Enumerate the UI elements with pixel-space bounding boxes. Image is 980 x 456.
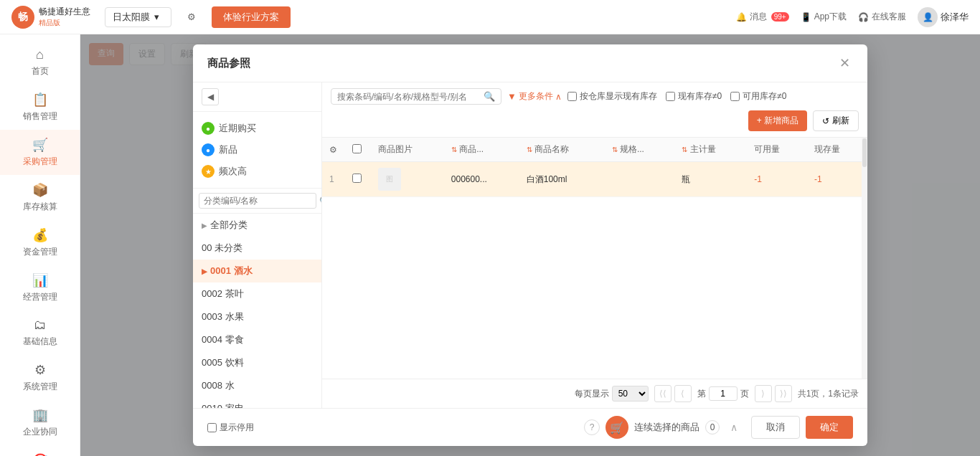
gear-button[interactable]: ⚙ — [180, 6, 203, 29]
sidebar-item-guide[interactable]: 🎯 新手引导 — [0, 445, 80, 456]
col-available[interactable]: 可用量 — [747, 138, 807, 162]
app-download-btn[interactable]: 📱 App下载 — [801, 11, 847, 23]
sort-spec-icon: ⇅ — [612, 146, 618, 153]
quick-freq[interactable]: ★ 频次高 — [193, 161, 321, 182]
page-number-input[interactable] — [709, 386, 738, 401]
cat-item-0001[interactable]: ▶ 0001 酒水 — [193, 260, 321, 282]
page-next-btn[interactable]: ⟩ — [755, 385, 772, 402]
quick-new[interactable]: ● 新品 — [193, 139, 321, 161]
quick-recent[interactable]: ● 近期购买 — [193, 118, 321, 139]
col-name[interactable]: ⇅ 商品名称 — [519, 138, 605, 162]
cat-nav-btns: ◀ — [202, 88, 219, 105]
page-next-btns: ⟩ ⟩⟩ — [755, 385, 792, 402]
cat-collapse-btn[interactable]: ◀ — [202, 88, 219, 105]
row-checkbox-cell[interactable] — [345, 162, 371, 197]
page-prev-btn[interactable]: ⟨ — [674, 385, 692, 402]
add-product-button[interactable]: + 新增商品 — [748, 110, 807, 131]
checkbox-available-nonzero[interactable]: 可用库存≠0 — [730, 90, 786, 103]
modal-close-button[interactable]: ✕ — [836, 54, 853, 72]
expand-all-icon: ▶ — [202, 222, 207, 229]
cat-item-all[interactable]: ▶ 全部分类 — [193, 214, 321, 237]
sidebar-item-sales[interactable]: 📋 销售管理 — [0, 85, 80, 130]
cat-search: 🔍 — [193, 189, 321, 214]
finance-icon: 💰 — [32, 227, 48, 243]
modal-body: ◀ ● 近期购买 ● 新品 — [193, 82, 867, 408]
col-checkbox[interactable] — [345, 138, 371, 162]
page-total: 共1页，1条记录 — [798, 388, 859, 400]
search-icon[interactable]: 🔍 — [484, 91, 495, 102]
freq-icon: ★ — [202, 165, 215, 178]
sidebar-item-home[interactable]: ⌂ 首页 — [0, 40, 80, 85]
logo-text: 畅捷通好生意 精品版 — [39, 6, 90, 27]
col-unit[interactable]: ⇅ 主计量 — [674, 138, 747, 162]
refresh-button[interactable]: ↺ 刷新 — [813, 110, 859, 131]
col-settings[interactable]: ⚙ — [322, 138, 345, 162]
headset-icon: 🎧 — [858, 12, 869, 22]
sidebar-item-operations[interactable]: 📊 经营管理 — [0, 265, 80, 310]
operations-icon: 📊 — [32, 272, 48, 288]
product-search-input[interactable] — [337, 92, 481, 102]
refresh-icon: ↺ — [822, 116, 829, 126]
bell-icon: 🔔 — [736, 12, 747, 22]
filter-icon: ▼ — [507, 91, 517, 102]
recent-icon: ● — [202, 122, 215, 135]
search-bar: 🔍 ▼ 更多条件 ∧ 按仓库显示现有库存 — [322, 82, 867, 138]
sales-icon: 📋 — [32, 92, 48, 108]
cart-button[interactable]: 🛒 — [606, 416, 628, 439]
logo-area: 畅 畅捷通好生意 精品版 — [11, 6, 90, 29]
nav-selector[interactable]: 日太阳膜 ▾ — [105, 7, 171, 27]
sidebar-item-finance[interactable]: 💰 资金管理 — [0, 220, 80, 265]
filter-more-button[interactable]: ▼ 更多条件 ∧ — [507, 90, 562, 103]
mobile-icon: 📱 — [801, 12, 811, 22]
sidebar-item-basic[interactable]: 🗂 基础信息 — [0, 310, 80, 355]
sidebar-item-system[interactable]: ⚙ 系统管理 — [0, 355, 80, 400]
inventory-icon: 📦 — [32, 182, 48, 198]
col-stock[interactable]: 现存量 — [807, 138, 867, 162]
checkbox-warehouse[interactable]: 按仓库显示现有库存 — [567, 90, 657, 103]
show-disabled-checkbox[interactable]: 显示停用 — [207, 422, 254, 434]
cat-search-input[interactable] — [199, 193, 316, 209]
product-thumb: 图 — [378, 168, 401, 191]
pagination: 每页显示 50 20 100 ⟨⟨ ⟨ — [322, 379, 867, 408]
cat-item-0010[interactable]: 0010 家电 — [193, 397, 321, 408]
row-unit-cell: 瓶 — [674, 162, 747, 197]
new-icon: ● — [202, 143, 215, 156]
sidebar-item-enterprise[interactable]: 🏢 企业协同 — [0, 400, 80, 445]
chevron-down-icon: ▾ — [154, 11, 159, 22]
cancel-button[interactable]: 取消 — [751, 416, 800, 439]
product-reference-modal: 商品参照 ✕ ◀ — [193, 44, 867, 446]
guide-icon: 🎯 — [32, 452, 48, 456]
user-area[interactable]: 👤 徐泽华 — [918, 7, 969, 27]
page-first-btn[interactable]: ⟨⟨ — [654, 385, 672, 402]
sort-unit-icon: ⇅ — [682, 146, 687, 153]
cat-item-0002[interactable]: 0002 茶叶 — [193, 282, 321, 305]
collapse-button[interactable]: ∧ — [725, 419, 743, 436]
confirm-button[interactable]: 确定 — [806, 416, 853, 439]
cat-list: ▶ 全部分类 00 未分类 ▶ 0001 酒水 — [193, 214, 321, 408]
cat-item-0004[interactable]: 0004 零食 — [193, 328, 321, 351]
sidebar-item-purchase[interactable]: 🛒 采购管理 — [0, 130, 80, 175]
notification-btn[interactable]: 🔔 消息 99+ — [736, 11, 789, 23]
page-input: 第 页 — [697, 386, 749, 401]
page-size-dropdown[interactable]: 50 20 100 — [612, 386, 649, 402]
logo-icon: 畅 — [11, 6, 34, 29]
scrollbar-track[interactable] — [862, 138, 867, 379]
row-code-cell: 000600... — [444, 162, 519, 197]
page-last-btn[interactable]: ⟩⟩ — [775, 385, 792, 402]
trial-button[interactable]: 体验行业方案 — [212, 6, 291, 28]
help-icon[interactable]: ? — [584, 419, 600, 435]
online-service-btn[interactable]: 🎧 在线客服 — [858, 11, 906, 23]
col-code[interactable]: ⇅ 商品... — [444, 138, 519, 162]
toolbar-right: + 新增商品 ↺ 刷新 — [748, 110, 859, 131]
cat-item-00[interactable]: 00 未分类 — [193, 237, 321, 260]
notification-badge: 99+ — [771, 12, 789, 22]
cat-item-0008[interactable]: 0008 水 — [193, 374, 321, 397]
sidebar-item-inventory[interactable]: 📦 库存核算 — [0, 175, 80, 220]
cat-item-0005[interactable]: 0005 饮料 — [193, 351, 321, 374]
user-avatar: 👤 — [918, 7, 938, 27]
nav-right: 🔔 消息 99+ 📱 App下载 🎧 在线客服 👤 徐泽华 — [736, 7, 969, 27]
checkbox-stock-nonzero[interactable]: 现有库存≠0 — [666, 90, 722, 103]
col-spec[interactable]: ⇅ 规格... — [605, 138, 675, 162]
table-row[interactable]: 1 图 000600... 白酒100ml 瓶 — [322, 162, 867, 197]
cat-item-0003[interactable]: 0003 水果 — [193, 305, 321, 328]
